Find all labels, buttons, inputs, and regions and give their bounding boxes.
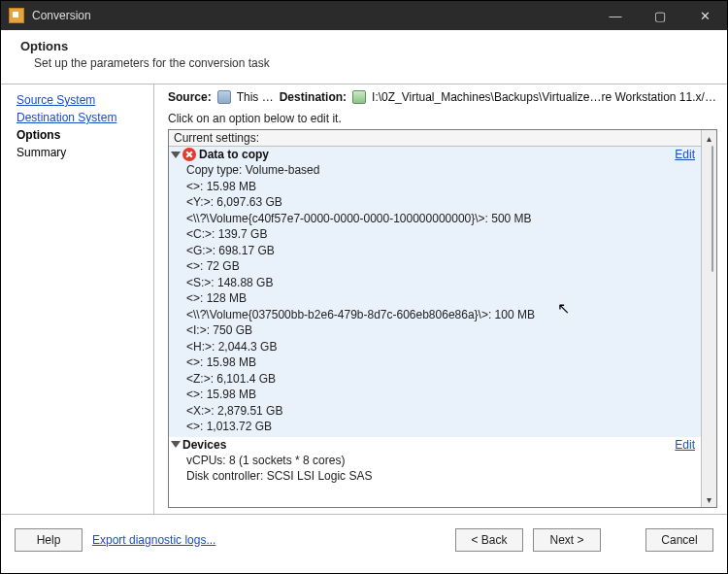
- dest-value: I:\0Z_Virtual_Machines\Backups\Virtualiz…: [372, 90, 717, 104]
- footer: Help Export diagnostic logs... < Back Ne…: [1, 514, 727, 564]
- data-row: <>: 15.98 MB: [186, 179, 695, 195]
- edit-link-devices[interactable]: Edit: [675, 438, 695, 452]
- wizard-nav: Source System Destination System Options…: [1, 84, 154, 514]
- back-button[interactable]: < Back: [455, 528, 523, 552]
- devices-row: vCPUs: 8 (1 sockets * 8 cores): [186, 453, 695, 469]
- export-logs-link[interactable]: Export diagnostic logs...: [92, 533, 215, 547]
- data-row: <G:>: 698.17 GB: [186, 243, 695, 259]
- scroll-up-icon[interactable]: ▴: [702, 130, 716, 146]
- chevron-down-icon: [171, 441, 181, 448]
- nav-summary: Summary: [17, 145, 149, 160]
- source-value: This …: [237, 90, 274, 104]
- data-row: <>: 128 MB: [186, 290, 695, 307]
- window-title: Conversion: [32, 9, 593, 22]
- settings-header: Current settings:: [169, 130, 701, 147]
- data-row: <>: 15.98 MB: [186, 355, 695, 371]
- data-row: <Z:>: 6,101.4 GB: [186, 371, 695, 388]
- server-icon: [217, 90, 231, 104]
- cancel-button[interactable]: Cancel: [645, 528, 713, 552]
- source-dest-row: Source: This … Destination: I:\0Z_Virtua…: [168, 90, 717, 104]
- window-buttons: — ▢ ✕: [593, 1, 727, 30]
- data-row: <\\?\Volume{c40f57e7-0000-0000-0000-1000…: [186, 211, 695, 227]
- close-button[interactable]: ✕: [682, 1, 727, 30]
- chevron-down-icon: [171, 152, 181, 158]
- section-body-data: Copy type: Volume-based <>: 15.98 MB <Y:…: [169, 162, 701, 437]
- data-row: <Y:>: 6,097.63 GB: [186, 194, 695, 211]
- data-row: <S:>: 148.88 GB: [186, 275, 695, 291]
- section-title-data: Data to copy: [199, 148, 269, 161]
- minimize-button[interactable]: —: [593, 1, 638, 30]
- scrollbar[interactable]: ▴ ▾: [701, 130, 716, 507]
- section-data-to-copy: Data to copy Edit Copy type: Volume-base…: [169, 147, 701, 437]
- scroll-down-icon[interactable]: ▾: [702, 491, 716, 507]
- devices-row: Disk controller: SCSI LSI Logic SAS: [186, 468, 695, 485]
- options-panel: Source: This … Destination: I:\0Z_Virtua…: [154, 84, 727, 514]
- hint-text: Click on an option below to edit it.: [168, 112, 717, 125]
- data-row: <>: 1,013.72 GB: [186, 419, 695, 435]
- section-devices: Devices Edit vCPUs: 8 (1 sockets * 8 cor…: [169, 437, 701, 487]
- data-row: <>: 72 GB: [186, 258, 695, 275]
- nav-options: Options: [17, 127, 149, 143]
- drive-icon: [352, 90, 366, 104]
- app-icon: [9, 8, 24, 23]
- section-bar-devices[interactable]: Devices Edit: [169, 437, 701, 453]
- help-button[interactable]: Help: [15, 528, 83, 552]
- page-header: Options Set up the parameters for the co…: [1, 30, 727, 84]
- settings-table: Current settings: Data to copy Edit Copy…: [168, 129, 717, 508]
- data-row: <C:>: 139.7 GB: [186, 226, 695, 243]
- section-bar-data[interactable]: Data to copy Edit: [169, 147, 701, 162]
- section-title-devices: Devices: [182, 438, 226, 452]
- dest-label: Destination:: [280, 90, 347, 104]
- next-button[interactable]: Next >: [533, 528, 601, 552]
- data-row: Copy type: Volume-based: [186, 162, 695, 179]
- data-row: <H:>: 2,044.3 GB: [186, 339, 695, 355]
- scroll-thumb[interactable]: [711, 146, 713, 272]
- titlebar: Conversion — ▢ ✕: [1, 1, 727, 30]
- source-label: Source:: [168, 90, 212, 104]
- error-icon: [182, 148, 196, 161]
- maximize-button[interactable]: ▢: [638, 1, 682, 30]
- data-row: <X:>: 2,879.51 GB: [186, 403, 695, 420]
- settings-scroll: Current settings: Data to copy Edit Copy…: [169, 130, 701, 507]
- nav-source-system[interactable]: Source System: [17, 92, 149, 108]
- data-row: <\\?\Volume{037500bb-b2e6-479b-8d7c-606e…: [186, 307, 695, 323]
- content-area: Source System Destination System Options…: [1, 84, 727, 514]
- nav-destination-system[interactable]: Destination System: [17, 110, 149, 125]
- section-body-devices: vCPUs: 8 (1 sockets * 8 cores) Disk cont…: [169, 453, 701, 487]
- page-title: Options: [20, 39, 727, 53]
- page-subtitle: Set up the parameters for the conversion…: [20, 56, 727, 70]
- data-row: <>: 15.98 MB: [186, 387, 695, 403]
- edit-link-data[interactable]: Edit: [675, 148, 695, 161]
- data-row: <I:>: 750 GB: [186, 322, 695, 339]
